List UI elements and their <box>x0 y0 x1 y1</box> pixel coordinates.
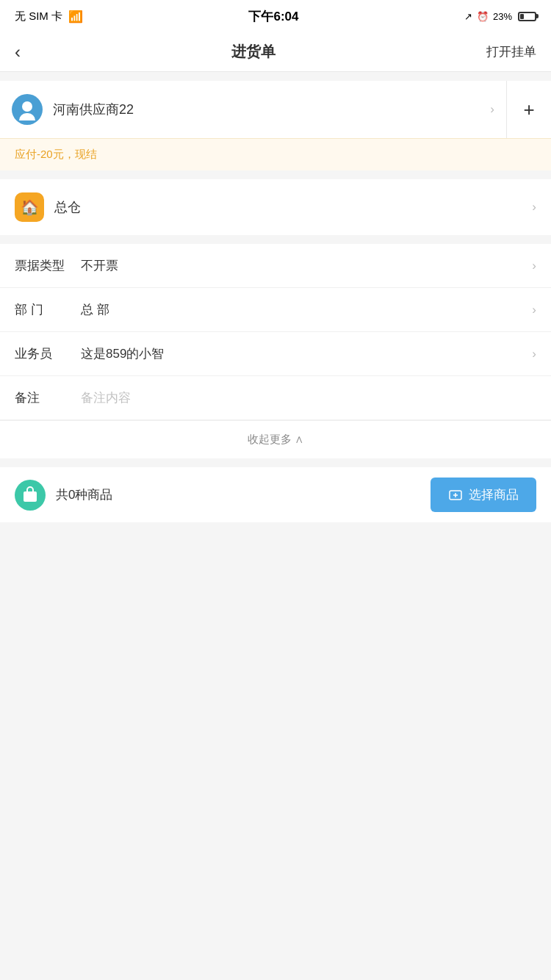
invoice-type-value: 不开票 <box>81 257 526 274</box>
status-right: ↗ ⏰ 23% <box>464 11 536 22</box>
bottom-product-bar: 共0种商品 选择商品 <box>0 467 551 522</box>
warehouse-icon: 🏠 <box>21 198 39 216</box>
svg-rect-0 <box>24 491 37 502</box>
department-chevron-icon: › <box>532 303 536 317</box>
wifi-icon: 📶 <box>68 10 83 24</box>
page-title: 进货单 <box>231 42 276 62</box>
product-bag-icon <box>21 486 39 504</box>
collapse-label: 收起更多 ∧ <box>248 433 303 445</box>
salesperson-chevron-icon: › <box>532 347 536 361</box>
section-gap-3 <box>0 235 551 244</box>
salesperson-value: 这是859的小智 <box>81 345 526 362</box>
status-bar: 无 SIM 卡 📶 下午6:04 ↗ ⏰ 23% <box>0 0 551 32</box>
section-gap-2 <box>0 170 551 179</box>
battery-icon <box>518 12 536 21</box>
back-chevron-icon: ‹ <box>15 42 21 62</box>
add-icon: + <box>523 98 534 121</box>
product-count-label: 共0种商品 <box>56 486 431 503</box>
form-section: 票据类型 不开票 › 部 门 总 部 › 业务员 这是859的小智 › 备注 备… <box>0 244 551 458</box>
warehouse-icon-wrap: 🏠 <box>15 192 44 222</box>
battery-percentage: 23% <box>493 11 512 22</box>
select-product-icon <box>448 488 463 502</box>
supplier-name: 河南供应商22 <box>53 101 490 118</box>
invoice-chevron-icon: › <box>532 259 536 273</box>
select-product-label: 选择商品 <box>469 486 519 503</box>
warehouse-row[interactable]: 🏠 总仓 › <box>0 179 551 235</box>
open-pending-button[interactable]: 打开挂单 <box>486 43 536 60</box>
remark-row[interactable]: 备注 备注内容 <box>0 376 551 420</box>
select-product-button[interactable]: 选择商品 <box>431 478 536 512</box>
person-icon <box>19 101 35 118</box>
status-left: 无 SIM 卡 📶 <box>15 10 83 24</box>
remark-label: 备注 <box>15 389 81 406</box>
warehouse-name: 总仓 <box>54 198 532 216</box>
supplier-select-row[interactable]: 河南供应商22 › <box>0 81 507 138</box>
remark-value: 备注内容 <box>81 389 536 406</box>
add-supplier-button[interactable]: + <box>507 81 551 138</box>
notice-text: 应付-20元，现结 <box>15 148 97 160</box>
back-button[interactable]: ‹ <box>15 42 21 62</box>
supplier-chevron-icon: › <box>490 102 494 117</box>
department-value: 总 部 <box>81 301 526 318</box>
invoice-type-row[interactable]: 票据类型 不开票 › <box>0 244 551 288</box>
avatar <box>12 94 43 125</box>
alarm-icon: ⏰ <box>477 11 489 22</box>
carrier-label: 无 SIM 卡 <box>15 10 62 24</box>
supplier-section: 河南供应商22 › + <box>0 81 551 138</box>
product-icon-wrap <box>15 480 46 511</box>
warehouse-chevron-icon: › <box>532 200 536 215</box>
status-time: 下午6:04 <box>248 8 298 25</box>
department-row[interactable]: 部 门 总 部 › <box>0 288 551 332</box>
collapse-button[interactable]: 收起更多 ∧ <box>0 420 551 458</box>
location-icon: ↗ <box>464 11 472 22</box>
section-gap-1 <box>0 72 551 81</box>
salesperson-label: 业务员 <box>15 345 81 362</box>
nav-bar: ‹ 进货单 打开挂单 <box>0 32 551 72</box>
invoice-type-label: 票据类型 <box>15 257 81 274</box>
department-label: 部 门 <box>15 301 81 318</box>
notice-banner: 应付-20元，现结 <box>0 138 551 170</box>
warehouse-section: 🏠 总仓 › <box>0 179 551 235</box>
page-background <box>0 522 551 743</box>
salesperson-row[interactable]: 业务员 这是859的小智 › <box>0 332 551 376</box>
